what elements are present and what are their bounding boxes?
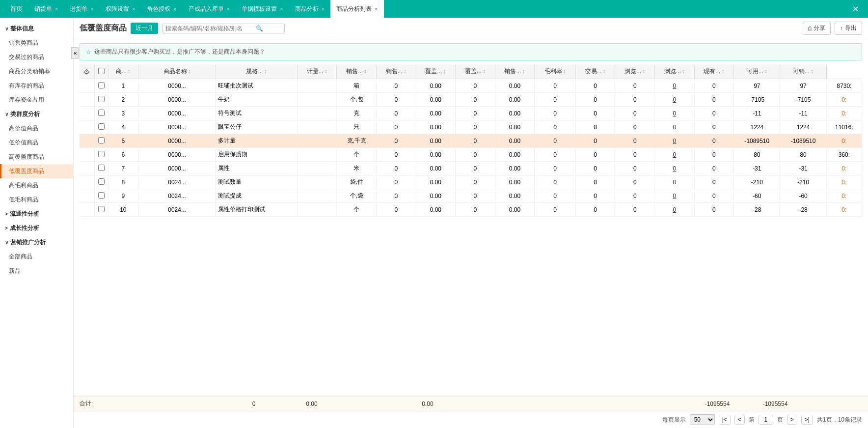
nav-home[interactable]: 首页 [4, 0, 28, 18]
last-page-button[interactable]: >| [801, 415, 813, 425]
col-sales-count[interactable]: 销售...↕ [495, 64, 535, 79]
sidebar-section-overall[interactable]: ∨ 整体信息 [0, 22, 73, 36]
nav-product-analysis[interactable]: 商品分析 × [289, 0, 330, 18]
col-unit[interactable]: 计量...↕ [297, 64, 337, 79]
cell-browse1[interactable]: 0 [655, 189, 695, 203]
period-button[interactable]: 近一月 [131, 23, 158, 34]
sidebar-item-category-rate[interactable]: 商品分类动销率 [0, 64, 73, 79]
row-checkbox[interactable] [98, 96, 105, 102]
cell-checkbox[interactable] [94, 93, 108, 107]
col-browse1[interactable]: 浏览...↕ [615, 64, 655, 79]
close-icon[interactable]: × [55, 6, 58, 12]
sidebar-item-high-value[interactable]: 高价值商品 [0, 121, 73, 136]
cell-browse1[interactable]: 0 [655, 203, 695, 217]
sidebar-item-low-profit[interactable]: 低毛利商品 [0, 193, 73, 207]
row-checkbox[interactable] [98, 110, 105, 116]
nav-purchase-order[interactable]: 进货单 × [64, 0, 99, 18]
cell-checkbox[interactable] [94, 120, 108, 134]
sidebar-item-all-goods[interactable]: 全部商品 [0, 250, 73, 264]
close-icon[interactable]: × [90, 6, 93, 12]
col-name[interactable]: 商品名称↕ [138, 64, 216, 79]
row-checkbox[interactable] [98, 137, 105, 143]
table-container[interactable]: ⚙ 商...↕ 商品名称↕ 规格...↕ 计量...↕ 销售...↕ 销售...… [80, 64, 862, 396]
close-icon[interactable]: × [173, 6, 176, 12]
page-size-select[interactable]: 50 100 200 [690, 414, 715, 425]
sidebar-section-cluster[interactable]: ∨ 类群度分析 [0, 107, 73, 121]
nav-sales-order[interactable]: 销货单 × [28, 0, 64, 18]
sidebar-item-traded-goods[interactable]: 交易过的商品 [0, 50, 73, 64]
col-coverage2[interactable]: 覆盖...↕ [456, 64, 495, 79]
close-icon[interactable]: × [132, 6, 135, 12]
first-page-button[interactable]: |< [719, 415, 731, 425]
select-all-checkbox[interactable] [98, 68, 105, 74]
col-sales-qty[interactable]: 销售...↕ [337, 64, 377, 79]
sidebar-item-high-profit[interactable]: 高毛利商品 [0, 178, 73, 193]
cell-browse1[interactable]: 0 [655, 175, 695, 189]
cell-checkbox[interactable] [94, 203, 108, 217]
sidebar-item-low-coverage[interactable]: 低覆盖度商品 [0, 164, 73, 178]
col-current-stock[interactable]: 现有...↕ [694, 64, 734, 79]
cell-checkbox[interactable] [94, 79, 108, 93]
col-saleable[interactable]: 可销...↕ [780, 64, 826, 79]
col-spec[interactable]: 规格...↕ [216, 64, 298, 79]
row-checkbox[interactable] [98, 178, 105, 185]
cell-browse1[interactable]: 0 [655, 93, 695, 107]
sidebar-item-capital-usage[interactable]: 库存资金占用 [0, 93, 73, 107]
col-browse2[interactable]: 浏览...↕ [655, 64, 695, 79]
window-close-button[interactable]: ✕ [846, 0, 864, 18]
close-icon[interactable]: × [280, 6, 283, 12]
row-checkbox[interactable] [98, 192, 105, 199]
nav-permission-settings[interactable]: 权限设置 × [100, 0, 141, 18]
cell-checkbox[interactable] [94, 134, 108, 148]
sidebar-item-stocked-goods[interactable]: 有库存的商品 [0, 79, 73, 93]
nav-template-settings[interactable]: 单据模板设置 × [236, 0, 289, 18]
sidebar-item-low-value[interactable]: 低价值商品 [0, 136, 73, 150]
prev-page-button[interactable]: < [734, 415, 745, 425]
sidebar-item-new-goods[interactable]: 新品 [0, 264, 73, 278]
sidebar-item-high-coverage[interactable]: 高覆盖度商品 [0, 150, 73, 164]
row-checkbox[interactable] [98, 151, 105, 157]
row-checkbox[interactable] [98, 123, 105, 130]
sidebar-section-circulation[interactable]: > 流通性分析 [0, 207, 73, 221]
sidebar-section-growth[interactable]: > 成长性分析 [0, 221, 73, 235]
sidebar-section-marketing[interactable]: ∨ 营销推广分析 [0, 235, 73, 250]
close-icon[interactable]: × [375, 6, 378, 12]
close-icon[interactable]: × [227, 6, 230, 12]
col-coverage1[interactable]: 覆盖...↕ [416, 64, 456, 79]
next-page-button[interactable]: > [787, 415, 797, 425]
top-nav: 首页 销货单 × 进货单 × 权限设置 × 角色授权 × 产成品入库单 × 单据… [0, 0, 868, 18]
share-button[interactable]: ⎙ 分享 [803, 22, 831, 35]
col-settings[interactable]: ⚙ [80, 64, 94, 79]
search-icon[interactable]: 🔍 [256, 25, 263, 32]
row-checkbox[interactable] [98, 165, 105, 171]
cell-checkbox[interactable] [94, 189, 108, 203]
cell-browse1[interactable]: 0 [655, 148, 695, 162]
nav-role-auth[interactable]: 角色授权 × [141, 0, 182, 18]
nav-product-analysis-list[interactable]: 商品分析列表 × [330, 0, 383, 18]
cell-browse1[interactable]: 0 [655, 162, 695, 175]
cell-browse1[interactable]: 0 [655, 120, 695, 134]
nav-product-storage[interactable]: 产成品入库单 × [183, 0, 236, 18]
col-available-stock[interactable]: 可用...↕ [734, 64, 780, 79]
cell-checkbox[interactable] [94, 162, 108, 175]
cell-checkbox[interactable] [94, 175, 108, 189]
close-icon[interactable]: × [322, 6, 325, 12]
row-checkbox[interactable] [98, 206, 105, 212]
cell-browse1[interactable]: 0 [655, 107, 695, 120]
sidebar-collapse-button[interactable]: « [71, 47, 79, 59]
search-input[interactable] [165, 25, 254, 32]
col-gross-rate[interactable]: 毛利率↕ [535, 64, 576, 79]
col-sales-amount[interactable]: 销售...↕ [376, 64, 416, 79]
col-code[interactable]: 商...↕ [108, 64, 138, 79]
row-checkbox[interactable] [98, 82, 105, 88]
col-trade[interactable]: 交易...↕ [575, 64, 615, 79]
cell-browse1[interactable]: 0 [655, 134, 695, 148]
cell-code: 0000... [138, 148, 216, 162]
sidebar-item-sales-goods[interactable]: 销售类商品 [0, 36, 73, 50]
export-button[interactable]: ↑ 导出 [835, 22, 862, 35]
cell-checkbox[interactable] [94, 148, 108, 162]
cell-sales-count: 0 [535, 79, 576, 93]
page-number-input[interactable] [759, 415, 773, 425]
cell-browse1[interactable]: 0 [655, 79, 695, 93]
cell-checkbox[interactable] [94, 107, 108, 120]
